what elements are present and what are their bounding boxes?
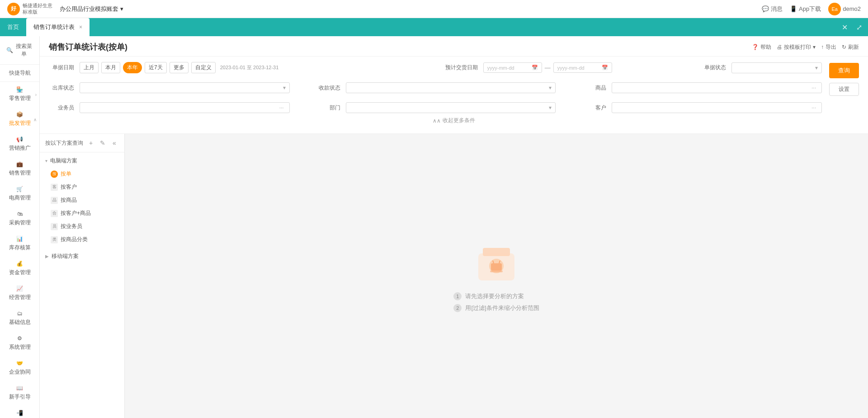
scheme-by-sales-icon: 员 [51,223,58,230]
calendar-icon-end: 📅 [602,65,608,71]
search-menu-btn[interactable]: 🔍 搜索菜单 [4,40,36,61]
scheme-by-customer-icon: 客 [51,184,58,191]
department-select[interactable]: ▾ [346,102,556,113]
scheme-item-by-goods[interactable]: 品 按商品 [40,194,124,207]
status-select[interactable]: ▾ [731,62,822,73]
print-btn[interactable]: 🖨 按模板打印 ▾ [777,43,816,51]
date-this-month-btn[interactable]: 本月 [101,62,120,73]
scheme-add-btn[interactable]: + [86,138,95,147]
workspace-selector[interactable]: 办公用品行业模拟账套 ▾ [56,5,127,13]
sidebar-item-retail[interactable]: 🏪 零售管理 › [0,82,39,107]
expected-date-start[interactable]: yyyy-mm-dd 📅 [483,62,542,73]
export-icon: ↑ [821,44,824,50]
sidebar-item-app-center[interactable]: 📲 应用中心 [0,405,39,418]
salesperson-select[interactable]: ··· [80,102,290,113]
sidebar-item-basics[interactable]: 🗂 基础信息 [0,306,39,331]
sidebar-quick-nav: 快捷导航 [0,65,39,82]
ship-status-select[interactable]: ▾ [80,82,290,93]
scheme-group-mobile: ▶ 移动端方案 [40,248,124,265]
page-actions: ❓ 帮助 🖨 按模板打印 ▾ ↑ 导出 ↻ 刷新 [752,43,859,51]
filter-row-ship: 出库状态 ▾ 收款状态 ▾ 商品 [49,82,822,93]
scheme-group-desktop-header[interactable]: ▾ 电脑端方案 [40,154,124,167]
goods-select[interactable]: ··· [612,82,822,93]
sidebar-item-ecommerce[interactable]: 🛒 电商管理 [0,181,39,206]
scheme-item-by-customer-goods[interactable]: 合 按客户+商品 [40,207,124,220]
main-content: 1 请先选择要分析的方案 2 用[过滤]条件来缩小分析范围 [125,134,868,418]
sidebar-item-sales[interactable]: 💼 销售管理 [0,157,39,181]
sidebar-item-wholesale[interactable]: 📦 批发管理 ∧ [0,107,39,132]
sidebar-item-system[interactable]: ⚙ 系统管理 [0,331,39,356]
goods-more-icon: ··· [810,85,818,91]
user-menu[interactable]: Ea demo2 [828,3,861,15]
dept-dropdown-icon: ▾ [549,104,552,111]
content-area: 销售订单统计表(按单) ❓ 帮助 🖨 按模板打印 ▾ ↑ 导出 ↻ 刷新 [40,36,868,418]
scheme-edit-btn[interactable]: ✎ [98,138,107,147]
scheme-item-by-order[interactable]: 按 按单 [40,167,124,180]
customer-label: 客户 [581,104,606,112]
expected-date-end[interactable]: yyyy-mm-dd 📅 [553,62,612,73]
date-this-year-btn[interactable]: 本年 [123,62,142,73]
sidebar-item-finance[interactable]: 💰 资金管理 [0,256,39,281]
message-btn[interactable]: 💬 消息 [762,5,783,13]
payment-status-select[interactable]: ▾ [346,82,556,93]
sidebar-item-inventory[interactable]: 📊 库存核算 [0,231,39,256]
window-close-btn[interactable]: ✕ [839,22,850,33]
hint-num-1: 1 [453,292,462,300]
scheme-mobile-arrow: ▶ [45,254,49,259]
print-icon: 🖨 [777,44,782,50]
empty-hint-1: 1 请先选择要分析的方案 [453,292,539,300]
scheme-item-by-customer[interactable]: 客 按客户 [40,180,124,194]
date-7days-btn[interactable]: 近7天 [145,62,167,73]
scheme-by-cat-icon: 类 [51,236,58,243]
sidebar-search: 🔍 搜索菜单 [0,36,39,65]
scheme-group-mobile-header[interactable]: ▶ 移动端方案 [40,250,124,263]
top-bar-right: 💬 消息 📱 App下载 Ea demo2 [762,3,861,15]
query-btn[interactable]: 查询 [829,63,859,78]
main-layout: 🔍 搜索菜单 快捷导航 🏪 零售管理 › 📦 批发管理 ∧ 📢 营销推广 [0,36,868,418]
salesperson-more-icon: ··· [278,104,286,111]
avatar: Ea [828,3,841,15]
scheme-item-by-category[interactable]: 类 按商品分类 [40,233,124,246]
help-btn[interactable]: ❓ 帮助 [752,43,771,51]
export-btn[interactable]: ↑ 导出 [821,43,836,51]
scheme-collapse-btn[interactable]: « [110,138,119,147]
logo-icon: 好 [7,3,20,15]
scheme-item-by-salesperson[interactable]: 员 按业务员 [40,220,124,233]
logo-area: 好 畅捷通好生意 标准版 [7,3,52,15]
sidebar-item-operations[interactable]: 📈 经营管理 [0,281,39,306]
quick-nav-btn[interactable]: 快捷导航 [0,66,39,80]
print-dropdown-icon: ▾ [813,44,816,50]
scheme-panel-header: 按以下方案查询 + ✎ « [40,134,124,152]
settings-btn[interactable]: 设置 [829,83,859,96]
filter-panel: 单据日期 上月 本月 本年 近7天 更多 自定义 2023-01-01 至 20… [40,57,868,134]
sidebar-item-guide[interactable]: 📖 新手引导 [0,380,39,405]
collapse-bar[interactable]: ∧∧ 收起更多条件 [49,113,859,128]
tab-home[interactable]: 首页 [0,18,26,36]
empty-hints: 1 请先选择要分析的方案 2 用[过滤]条件来缩小分析范围 [453,292,539,312]
page-header: 销售订单统计表(按单) ❓ 帮助 🖨 按模板打印 ▾ ↑ 导出 ↻ 刷新 [40,36,868,57]
layout-with-sidebar: 按以下方案查询 + ✎ « ▾ 电脑端方案 按 按单 [40,134,868,418]
payment-status-label: 收款状态 [315,84,340,92]
customer-select[interactable]: ··· [612,102,822,113]
scheme-by-goods-icon: 品 [51,197,58,204]
refresh-btn[interactable]: ↻ 刷新 [842,43,859,51]
window-maximize-btn[interactable]: ⤢ [854,22,864,33]
app-download-btn[interactable]: 📱 App下载 [790,5,821,13]
sidebar-item-purchase[interactable]: 🛍 采购管理 [0,206,39,231]
date-more-btn[interactable]: 更多 [170,62,189,73]
expected-date-label: 预计交货日期 [445,64,478,71]
tab-bar: 首页 销售订单统计表 × ✕ ⤢ [0,18,868,36]
date-filter-label: 单据日期 [49,64,74,71]
tab-sales-order[interactable]: 销售订单统计表 × [26,18,90,36]
tab-close-icon[interactable]: × [79,24,82,30]
department-label: 部门 [315,104,340,112]
sidebar-item-enterprise[interactable]: 🤝 企业协同 [0,356,39,380]
sidebar-item-marketing[interactable]: 📢 营销推广 [0,132,39,157]
date-last-month-btn[interactable]: 上月 [80,62,99,73]
refresh-icon: ↻ [842,44,846,50]
page-title: 销售订单统计表(按单) [49,42,127,52]
collapse-icon: ∧∧ [433,118,441,124]
goods-label: 商品 [581,84,606,92]
svg-rect-3 [491,263,502,271]
date-custom-btn[interactable]: 自定义 [191,62,216,73]
